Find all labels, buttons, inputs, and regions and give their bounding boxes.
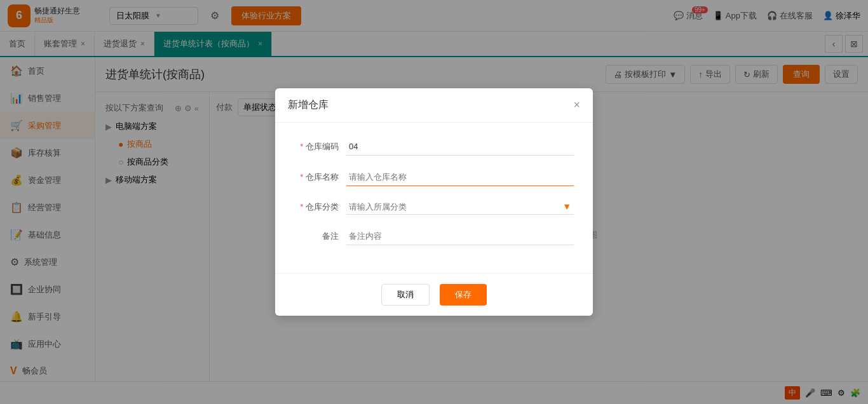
form-row-category: 仓库分类 ▼ [294,199,574,215]
code-input[interactable] [346,138,574,156]
category-input[interactable] [349,202,562,212]
note-label: 备注 [294,231,339,242]
save-button[interactable]: 保存 [440,284,487,306]
modal-overlay: 新增仓库 × 仓库编码 仓库名称 仓库分类 ▼ [0,0,868,404]
name-label: 仓库名称 [294,172,339,183]
modal-header: 新增仓库 × [275,88,593,123]
code-label: 仓库编码 [294,141,339,152]
form-row-note: 备注 [294,227,574,245]
name-input[interactable] [346,168,574,186]
form-row-code: 仓库编码 [294,138,574,156]
modal-title: 新增仓库 [288,98,329,112]
category-label: 仓库分类 [294,201,339,213]
form-row-name: 仓库名称 [294,168,574,186]
category-down-icon: ▼ [562,201,571,212]
cancel-button[interactable]: 取消 [381,284,430,306]
modal-close-button[interactable]: × [573,98,580,112]
modal-body: 仓库编码 仓库名称 仓库分类 ▼ 备注 [275,123,593,273]
modal-new-warehouse: 新增仓库 × 仓库编码 仓库名称 仓库分类 ▼ [275,88,593,316]
note-input[interactable] [346,227,574,245]
modal-footer: 取消 保存 [275,273,593,316]
category-selector[interactable]: ▼ [346,199,574,215]
